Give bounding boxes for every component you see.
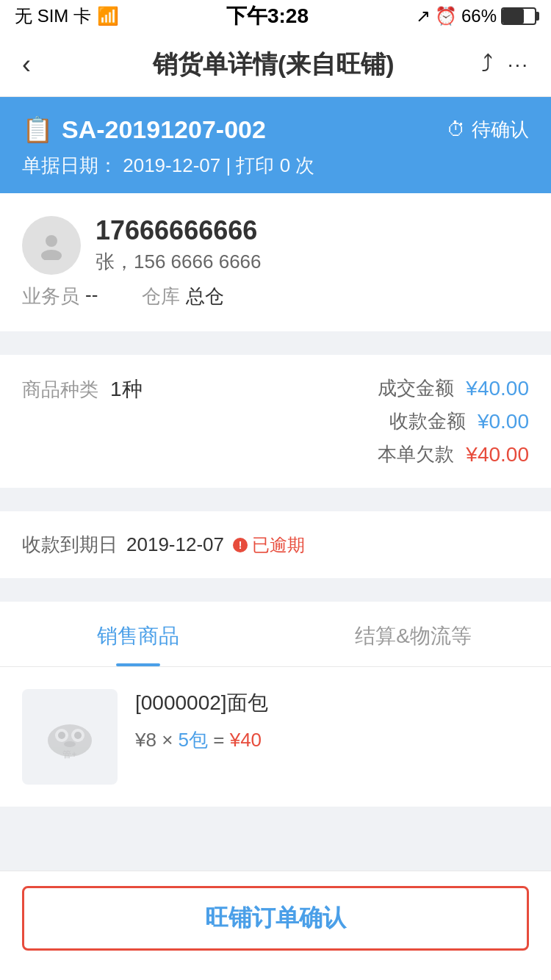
deal-amount-row: 成交金额 ¥40.00 [378, 375, 529, 401]
salesman-item: 业务员 -- [22, 284, 98, 309]
tabs-section: 销售商品 结算&物流等 [0, 602, 551, 667]
order-id: 📋 SA-20191207-002 [22, 115, 266, 144]
equals-sign: = [208, 729, 230, 751]
nav-actions: ⤴ ··· [481, 51, 529, 78]
svg-point-5 [58, 732, 65, 739]
customer-info: 17666666666 张，156 6666 6666 [96, 215, 262, 275]
category-info: 商品种类 1种 [22, 375, 143, 403]
price-value: ¥8 × [135, 729, 179, 751]
amount-info: 成交金额 ¥40.00 收款金额 ¥0.00 本单欠款 ¥40.00 [378, 375, 529, 467]
summary-section: 商品种类 1种 成交金额 ¥40.00 收款金额 ¥0.00 本单欠款 ¥40.… [0, 355, 551, 488]
wifi-icon: 📶 [97, 6, 119, 26]
svg-point-0 [46, 235, 57, 247]
overdue-badge: ! 已逾期 [233, 533, 305, 557]
location-icon: ↗ [416, 6, 431, 26]
product-info: [0000002]面包 ¥8 × 5包 = ¥40 [135, 689, 529, 753]
customer-phone: 17666666666 [96, 215, 262, 246]
confirm-order-button[interactable]: 旺铺订单确认 [22, 886, 529, 951]
divider-1 [0, 343, 551, 355]
order-header-card: 📋 SA-20191207-002 ⏱ 待确认 单据日期： 2019-12-07… [0, 97, 551, 193]
product-price-row: ¥8 × 5包 = ¥40 [135, 727, 529, 753]
product-section: 管+ [0000002]面包 ¥8 × 5包 = ¥40 [0, 667, 551, 807]
owed-amount-value: ¥40.00 [466, 443, 529, 466]
status-bar: 无 SIM 卡 📶 下午3:28 ↗ ⏰ 66% [0, 0, 551, 32]
overdue-icon: ! [233, 538, 248, 552]
divider-2 [0, 500, 551, 511]
customer-top: 17666666666 张，156 6666 6666 [22, 215, 529, 275]
owed-amount-row: 本单欠款 ¥40.00 [378, 442, 529, 467]
carrier-text: 无 SIM 卡 [15, 4, 91, 28]
due-section: 收款到期日 2019-12-07 ! 已逾期 [0, 511, 551, 578]
quantity-value: 5包 [179, 729, 208, 751]
svg-point-6 [74, 732, 82, 739]
avatar [22, 216, 81, 275]
tab-settlement[interactable]: 结算&物流等 [276, 602, 551, 666]
svg-point-7 [64, 741, 76, 747]
product-image: 管+ [22, 689, 118, 785]
more-button[interactable]: ··· [508, 53, 529, 76]
bottom-button-container: 旺铺订单确认 [0, 871, 551, 980]
status-left: 无 SIM 卡 📶 [15, 4, 119, 28]
product-name: [0000002]面包 [135, 689, 529, 717]
page-title: 销货单详情(来自旺铺) [153, 48, 395, 82]
back-button[interactable]: ‹ [22, 49, 66, 80]
nav-bar: ‹ 销货单详情(来自旺铺) ⤴ ··· [0, 32, 551, 97]
status-right: ↗ ⏰ 66% [416, 6, 536, 26]
total-value: ¥40 [230, 729, 262, 751]
alarm-icon: ⏰ [435, 6, 457, 26]
warehouse-item: 仓库 总仓 [142, 284, 224, 309]
order-date-row: 单据日期： 2019-12-07 | 打印 0 次 [22, 153, 529, 179]
svg-text:管+: 管+ [62, 749, 76, 759]
share-button[interactable]: ⤴ [481, 51, 493, 78]
customer-meta: 业务员 -- 仓库 总仓 [22, 284, 529, 309]
time-display: 下午3:28 [226, 2, 309, 30]
order-status: ⏱ 待确认 [447, 117, 529, 143]
svg-point-1 [41, 250, 62, 260]
deal-amount-value: ¥40.00 [466, 377, 529, 400]
order-icon: 📋 [22, 115, 53, 144]
customer-contact: 张，156 6666 6666 [96, 249, 262, 275]
order-id-row: 📋 SA-20191207-002 ⏱ 待确认 [22, 115, 529, 144]
battery-percent: 66% [461, 6, 497, 26]
status-clock-icon: ⏱ [447, 118, 466, 141]
payment-amount-value: ¥0.00 [478, 410, 529, 433]
customer-section: 17666666666 张，156 6666 6666 业务员 -- 仓库 总仓 [0, 193, 551, 331]
payment-amount-row: 收款金额 ¥0.00 [389, 408, 529, 434]
tabs-row: 销售商品 结算&物流等 [0, 602, 551, 667]
tab-sales-products[interactable]: 销售商品 [0, 602, 276, 666]
battery-icon [501, 7, 536, 25]
divider-3 [0, 590, 551, 602]
